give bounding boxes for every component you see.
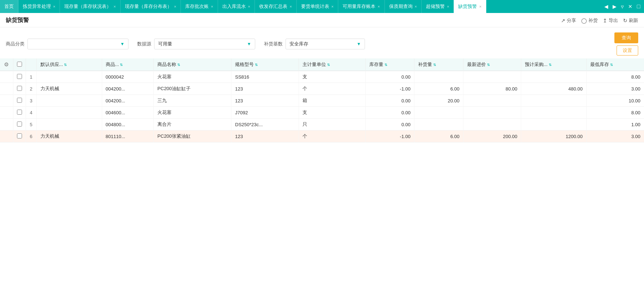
table-body: 10000042火花塞SS816支0.008.002力天机械004200...P… [0, 71, 644, 142]
export-button[interactable]: ↥ 导出 [603, 17, 618, 24]
row-product-code: 004200... [102, 95, 154, 107]
replenish-base-select[interactable]: 安全库存 ▼ [286, 39, 365, 49]
tab-close-overstock[interactable]: × [447, 4, 449, 9]
row-product-name: 离合片 [154, 119, 231, 131]
tab-close-inout-flow[interactable]: × [248, 4, 250, 9]
tab-inventory-status[interactable]: 现存量（库存状况表） × [60, 0, 120, 13]
tab-demand-stats[interactable]: 要货单统计表 × [297, 0, 338, 13]
tab-available-ledger[interactable]: 可用量库存账本 × [338, 0, 384, 13]
product-code-sort-icon[interactable]: ⇅ [120, 63, 123, 67]
replenish-base-arrow-icon: ▼ [357, 41, 361, 47]
page-content: 缺货预警 ↗ 分享 ◯ 补货 ↥ 导出 ↻ 刷新 商品分类 [0, 13, 644, 287]
select-all-checkbox[interactable] [17, 62, 22, 67]
tab-close-shortage[interactable]: × [479, 4, 481, 9]
category-select[interactable]: ▼ [27, 39, 129, 49]
product-name-sort-icon[interactable]: ⇅ [177, 63, 180, 67]
row-min-stock: 10.00 [587, 95, 644, 107]
table-row[interactable]: 10000042火花塞SS816支0.008.00 [0, 71, 644, 83]
row-gear-cell [0, 107, 13, 119]
unit-sort-icon[interactable]: ⇅ [327, 63, 330, 67]
tab-next-button[interactable]: ▶ [610, 3, 619, 10]
tab-batch-account[interactable]: 库存批次账 × [181, 0, 218, 13]
tab-expand-button[interactable]: □ [635, 3, 643, 10]
table-row[interactable]: 2力天机械004200...PC200油缸缸子123个-1.006.0080.0… [0, 83, 644, 95]
row-product-code: 0000042 [102, 71, 154, 83]
row-spec: DS250*23c... [231, 119, 299, 131]
column-gear: ⚙ [0, 58, 13, 71]
share-button[interactable]: ↗ 分享 [561, 17, 576, 24]
replenish-button[interactable]: ◯ 补货 [581, 17, 598, 24]
row-checkbox[interactable] [17, 133, 22, 138]
row-est-purchase [521, 107, 587, 119]
row-latest-price: 200.00 [463, 131, 521, 142]
row-replenish: 6.00 [414, 131, 464, 142]
share-icon: ↗ [561, 18, 565, 23]
tab-shortage[interactable]: 缺货预警 × [454, 0, 486, 13]
tab-label-receive-summary: 收发存汇总表 [259, 3, 287, 10]
row-spec: SS816 [231, 71, 299, 83]
column-latest-price: 最新进价 ⇅ [463, 58, 521, 71]
row-checkbox[interactable] [17, 110, 22, 115]
tab-label-expiry-query: 保质期查询 [389, 3, 413, 10]
row-replenish [414, 71, 464, 83]
refresh-button[interactable]: ↻ 刷新 [623, 17, 638, 24]
datasource-select[interactable]: 可用量 ▼ [154, 39, 255, 49]
query-button[interactable]: 查询 [614, 32, 638, 43]
settings-button[interactable]: 设置 [617, 45, 638, 56]
row-unit: 箱 [299, 95, 365, 107]
row-est-purchase [521, 119, 587, 131]
row-checkbox[interactable] [17, 86, 22, 91]
latest-price-sort-icon[interactable]: ⇅ [487, 63, 490, 67]
supplier-sort-icon[interactable]: ⇅ [64, 63, 67, 67]
replenish-base-label: 补货基数 [264, 41, 283, 47]
row-number: 3 [26, 95, 36, 107]
row-spec: 123 [231, 131, 299, 142]
tab-close-available-ledger[interactable]: × [378, 4, 380, 9]
row-checkbox[interactable] [17, 74, 22, 79]
export-icon: ↥ [603, 18, 607, 23]
tab-expiry-query[interactable]: 保质期查询 × [385, 0, 422, 13]
min-stock-sort-icon[interactable]: ⇅ [610, 63, 613, 67]
stock-sort-icon[interactable]: ⇅ [384, 63, 387, 67]
tab-receive-summary[interactable]: 收发存汇总表 × [255, 0, 296, 13]
est-purchase-sort-icon[interactable]: ⇅ [549, 63, 552, 67]
tab-close-all-button[interactable]: ✕ [626, 3, 635, 10]
row-supplier [36, 71, 102, 83]
replenish-base-filter-group: 补货基数 安全库存 ▼ [264, 39, 365, 49]
table-row[interactable]: 4004600...火花塞J7092支0.008.00 [0, 107, 644, 119]
row-product-name: PC200张紧油缸 [154, 131, 231, 142]
row-number: 2 [26, 83, 36, 95]
gear-settings-icon[interactable]: ⚙ [4, 61, 9, 68]
tab-label-inout-flow: 出入库流水 [222, 3, 246, 10]
row-checkbox[interactable] [17, 98, 22, 103]
tab-prev-button[interactable]: ◀ [602, 3, 610, 10]
tab-close-demand-stats[interactable]: × [331, 4, 334, 9]
tab-close-receive-summary[interactable]: × [290, 4, 292, 9]
tab-exception[interactable]: 拣货异常处理 × [18, 0, 60, 13]
tab-close-batch-account[interactable]: × [211, 4, 213, 9]
row-number: 5 [26, 119, 36, 131]
row-checkbox[interactable] [17, 122, 22, 127]
tab-close-expiry-query[interactable]: × [415, 4, 417, 9]
tab-home[interactable]: 首页 [0, 0, 18, 13]
tab-inout-flow[interactable]: 出入库流水 × [218, 0, 255, 13]
tab-close-inventory-dist[interactable]: × [174, 4, 176, 9]
row-est-purchase: 480.00 [521, 83, 587, 95]
table-row[interactable]: 6力天机械801110...PC200张紧油缸123个-1.006.00200.… [0, 131, 644, 142]
tab-overstock[interactable]: 超储预警 × [422, 0, 454, 13]
tab-label-batch-account: 库存批次账 [185, 3, 209, 10]
tab-close-inventory-status[interactable]: × [113, 4, 116, 9]
spec-sort-icon[interactable]: ⇅ [255, 63, 258, 67]
row-unit: 个 [299, 83, 365, 95]
replenish-sort-icon[interactable]: ⇅ [433, 63, 436, 67]
table-row[interactable]: 3004200...三九123箱0.0020.0010.00 [0, 95, 644, 107]
column-unit: 主计量单位 ⇅ [299, 58, 365, 71]
table-row[interactable]: 5004800...离合片DS250*23c...只0.001.00 [0, 119, 644, 131]
tab-inventory-dist[interactable]: 现存量（库存分布表） × [121, 0, 181, 13]
tab-close-exception[interactable]: × [53, 4, 55, 9]
header-actions: ↗ 分享 ◯ 补货 ↥ 导出 ↻ 刷新 [561, 17, 638, 24]
tab-menu-button[interactable]: ▿ [619, 3, 626, 11]
tab-label-home: 首页 [4, 3, 14, 10]
row-est-purchase [521, 95, 587, 107]
row-est-purchase [521, 71, 587, 83]
